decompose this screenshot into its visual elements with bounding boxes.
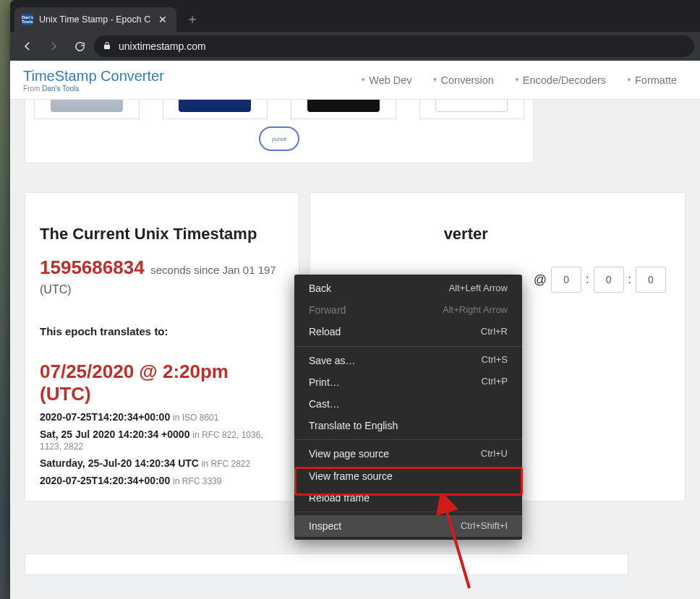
- context-menu-item-save-as[interactable]: Save as…Ctrl+S: [294, 350, 522, 371]
- unix-timestamp-value: 1595686834: [40, 257, 145, 278]
- context-menu-shortcut: Ctrl+P: [482, 376, 508, 388]
- context-menu-label: Translate to English: [309, 419, 398, 432]
- context-menu-label: View frame source: [309, 470, 393, 483]
- context-menu-label: Reload: [309, 325, 341, 338]
- minutes-input[interactable]: [594, 267, 624, 293]
- caret-down-icon: ▼: [360, 77, 366, 83]
- tab-title: Unix Time Stamp - Epoch C: [39, 14, 150, 25]
- browser-toolbar: unixtimestamp.com: [10, 32, 700, 61]
- caret-down-icon: ▼: [514, 77, 520, 83]
- brand[interactable]: TimeStamp Converter From Dan's Tools: [23, 68, 164, 92]
- hours-input[interactable]: [551, 267, 581, 293]
- caret-down-icon: ▼: [626, 77, 632, 83]
- utc-label: (UTC): [40, 283, 284, 296]
- close-tab-icon[interactable]: ✕: [156, 14, 169, 25]
- context-menu-item-cast[interactable]: Cast…: [294, 393, 522, 415]
- tab-strip: Dan's Tools Unix Time Stamp - Epoch C ✕ …: [10, 0, 700, 32]
- new-tab-button[interactable]: ＋: [182, 9, 202, 29]
- brand-subtitle: From Dan's Tools: [23, 85, 164, 92]
- context-menu-shortcut: Ctrl+Shift+I: [461, 520, 508, 533]
- caret-down-icon: ▼: [432, 77, 438, 83]
- reload-icon: [74, 40, 86, 53]
- back-button[interactable]: [16, 35, 39, 58]
- context-menu-label: Reload frame: [309, 491, 370, 504]
- seconds-input[interactable]: [636, 267, 666, 293]
- context-menu-shortcut: Ctrl+S: [482, 354, 508, 366]
- ad-logo: pureit: [259, 126, 299, 151]
- context-menu-shortcut: Alt+Left Arrow: [449, 283, 508, 295]
- ad-thumb: [419, 100, 525, 119]
- context-menu-label: Inspect: [309, 520, 341, 533]
- nav-formatters[interactable]: ▼Formatte: [616, 61, 687, 100]
- context-menu-separator: [294, 439, 522, 440]
- context-menu-label: Cast…: [309, 397, 340, 410]
- context-menu-item-inspect[interactable]: InspectCtrl+Shift+I: [294, 515, 522, 537]
- url-text: unixtimestamp.com: [119, 40, 206, 52]
- format-line: 2020-07-25T14:20:34+00:00 in RFC 3339: [40, 475, 284, 486]
- colon: :: [586, 273, 589, 286]
- context-menu-item-view-page-source[interactable]: View page sourceCtrl+U: [294, 443, 522, 465]
- epoch-translates-label: This epoch translates to:: [40, 325, 284, 337]
- lock-icon: [103, 40, 111, 53]
- nav-conversion[interactable]: ▼Conversion: [422, 61, 504, 100]
- format-line: Sat, 25 Jul 2020 14:20:34 +0000 in RFC 8…: [40, 428, 284, 452]
- context-menu-item-forward: ForwardAlt+Right Arrow: [294, 299, 522, 321]
- browser-window: Dan's Tools Unix Time Stamp - Epoch C ✕ …: [10, 0, 700, 599]
- context-menu-item-back[interactable]: BackAlt+Left Arrow: [294, 277, 522, 299]
- empty-card: [25, 553, 628, 575]
- heading-converter: Timestamp Converter: [325, 225, 670, 244]
- format-line: 2020-07-25T14:20:34+00:00 in ISO 8601: [40, 411, 284, 423]
- arrow-right-icon: [47, 40, 60, 53]
- context-menu-item-print[interactable]: Print…Ctrl+P: [294, 371, 522, 393]
- nav-webdev[interactable]: ▼Web Dev: [350, 61, 422, 100]
- current-timestamp-card: The Current Unix Timestamp 1595686834 se…: [25, 192, 299, 501]
- brand-title: TimeStamp Converter: [23, 68, 164, 85]
- context-menu-item-reload-frame[interactable]: Reload frame: [294, 487, 522, 509]
- context-menu-label: Save as…: [309, 354, 356, 367]
- reload-button[interactable]: [68, 35, 91, 58]
- context-menu-label: Print…: [309, 376, 340, 389]
- at-symbol: @: [534, 272, 547, 288]
- context-menu-label: View page source: [309, 447, 389, 460]
- active-tab[interactable]: Dan's Tools Unix Time Stamp - Epoch C ✕: [14, 7, 176, 32]
- timestamp-subtitle: seconds since Jan 01 197: [148, 264, 276, 276]
- human-date: 07/25/2020 @ 2:20pm (UTC): [40, 361, 284, 405]
- ad-thumb: [34, 100, 140, 119]
- context-menu-shortcut: Alt+Right Arrow: [443, 304, 508, 316]
- context-menu-shortcut: Ctrl+R: [481, 326, 508, 338]
- context-menu: BackAlt+Left ArrowForwardAlt+Right Arrow…: [294, 275, 522, 540]
- ad-thumb: [291, 100, 396, 119]
- heading-current-timestamp: The Current Unix Timestamp: [40, 225, 284, 244]
- nav-encode-decoders[interactable]: ▼Encode/Decoders: [504, 61, 616, 100]
- arrow-left-icon: [21, 40, 34, 53]
- context-menu-item-translate-to-english[interactable]: Translate to English: [294, 415, 522, 436]
- colon: :: [628, 273, 631, 286]
- context-menu-item-reload[interactable]: ReloadCtrl+R: [294, 321, 522, 342]
- ad-banner[interactable]: pureit: [25, 100, 534, 163]
- address-bar[interactable]: unixtimestamp.com: [94, 35, 694, 57]
- forward-button[interactable]: [42, 35, 65, 58]
- page-viewport: TimeStamp Converter From Dan's Tools ▼We…: [10, 61, 700, 599]
- favicon: Dan's Tools: [22, 14, 33, 25]
- context-menu-label: Back: [309, 282, 331, 295]
- context-menu-label: Forward: [309, 303, 346, 316]
- format-line: Saturday, 25-Jul-20 14:20:34 UTC in RFC …: [40, 457, 284, 469]
- context-menu-item-view-frame-source[interactable]: View frame source: [294, 465, 522, 487]
- context-menu-separator: [294, 346, 522, 347]
- context-menu-shortcut: Ctrl+U: [481, 448, 508, 460]
- context-menu-separator: [294, 512, 522, 512]
- ad-thumb: [163, 100, 268, 119]
- site-navbar: TimeStamp Converter From Dan's Tools ▼We…: [10, 61, 700, 100]
